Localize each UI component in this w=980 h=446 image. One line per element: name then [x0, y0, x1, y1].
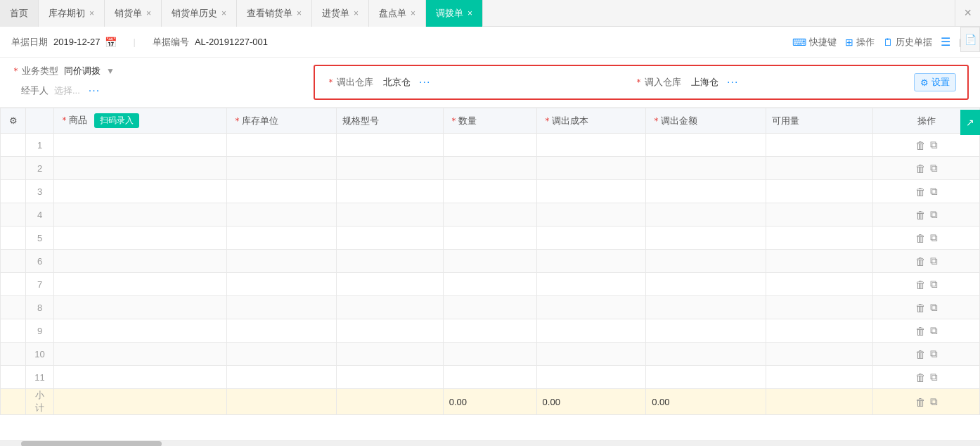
delete-icon-6[interactable]: 🗑: [915, 255, 926, 267]
cell-cost-4[interactable]: [536, 203, 646, 227]
cell-qty-8[interactable]: [443, 296, 536, 319]
cell-unit-10[interactable]: [227, 343, 337, 366]
cell-spec-8[interactable]: [336, 296, 443, 319]
cell-amount-8[interactable]: [646, 296, 766, 319]
cell-spec-5[interactable]: [336, 227, 443, 250]
cell-cost-9[interactable]: [536, 319, 646, 343]
cell-qty-3[interactable]: [443, 180, 536, 203]
delete-icon-7[interactable]: 🗑: [915, 279, 926, 291]
handler-select[interactable]: 选择...: [54, 84, 80, 97]
cell-qty-11[interactable]: [443, 366, 536, 389]
cell-amount-11[interactable]: [646, 366, 766, 389]
shortcut-key-button[interactable]: ⌨ 快捷键: [792, 36, 837, 49]
tab-purchase-close[interactable]: ×: [354, 8, 359, 18]
sidebar-expand-btn[interactable]: ↗: [960, 110, 980, 135]
cell-unit-1[interactable]: [227, 134, 337, 157]
tab-sales[interactable]: 销货单 ×: [105, 0, 162, 27]
delete-icon-2[interactable]: 🗑: [915, 163, 926, 174]
cell-amount-10[interactable]: [646, 343, 766, 366]
tab-bar-close-button[interactable]: ×: [955, 0, 980, 27]
handler-more-icon[interactable]: ···: [89, 84, 100, 97]
business-type-dropdown[interactable]: 同价调拨 ▼: [64, 65, 115, 77]
cell-spec-9[interactable]: [336, 319, 443, 343]
tab-sales-history[interactable]: 销货单历史 ×: [162, 0, 237, 27]
delete-icon-4[interactable]: 🗑: [915, 209, 926, 221]
copy-icon-2[interactable]: ⧉: [930, 162, 938, 174]
copy-icon-1[interactable]: ⧉: [930, 139, 938, 151]
cell-unit-3[interactable]: [227, 180, 337, 203]
cell-product-10[interactable]: [54, 343, 227, 366]
cell-unit-2[interactable]: [227, 157, 337, 180]
cell-spec-1[interactable]: [336, 134, 443, 157]
cell-qty-7[interactable]: [443, 273, 536, 296]
cell-product-3[interactable]: [54, 180, 227, 203]
cell-cost-11[interactable]: [536, 366, 646, 389]
cell-cost-8[interactable]: [536, 296, 646, 319]
cell-product-1[interactable]: [54, 134, 227, 157]
cell-qty-1[interactable]: [443, 134, 536, 157]
cell-unit-4[interactable]: [227, 203, 337, 227]
cell-qty-4[interactable]: [443, 203, 536, 227]
history-button[interactable]: 🗒 历史单据: [883, 36, 932, 49]
cell-spec-10[interactable]: [336, 343, 443, 366]
cell-product-8[interactable]: [54, 296, 227, 319]
cell-spec-3[interactable]: [336, 180, 443, 203]
copy-icon-11[interactable]: ⧉: [930, 371, 938, 383]
cell-product-9[interactable]: [54, 319, 227, 343]
cell-amount-6[interactable]: [646, 250, 766, 273]
cell-qty-9[interactable]: [443, 319, 536, 343]
cell-amount-2[interactable]: [646, 157, 766, 180]
cell-product-11[interactable]: [54, 366, 227, 389]
copy-icon-3[interactable]: ⧉: [930, 185, 938, 198]
tab-view-sales-close[interactable]: ×: [297, 8, 302, 18]
copy-icon-6[interactable]: ⧉: [930, 255, 938, 267]
cell-spec-7[interactable]: [336, 273, 443, 296]
cell-amount-4[interactable]: [646, 203, 766, 227]
cell-spec-4[interactable]: [336, 203, 443, 227]
layout-list-button[interactable]: ☰: [941, 35, 950, 49]
tab-inventory-close[interactable]: ×: [411, 8, 415, 18]
tab-view-sales[interactable]: 查看销货单 ×: [237, 0, 312, 27]
tab-transfer-close[interactable]: ×: [468, 8, 472, 18]
delete-icon-5[interactable]: 🗑: [915, 232, 926, 244]
cell-unit-8[interactable]: [227, 296, 337, 319]
tab-purchase[interactable]: 进货单 ×: [312, 0, 369, 27]
cell-unit-7[interactable]: [227, 273, 337, 296]
cell-qty-2[interactable]: [443, 157, 536, 180]
delete-icon-8[interactable]: 🗑: [915, 302, 926, 314]
cell-product-6[interactable]: [54, 250, 227, 273]
cell-product-4[interactable]: [54, 203, 227, 227]
cell-cost-5[interactable]: [536, 227, 646, 250]
cell-spec-6[interactable]: [336, 250, 443, 273]
copy-icon-9[interactable]: ⧉: [930, 324, 938, 337]
scroll-thumb[interactable]: [21, 441, 162, 446]
cell-cost-3[interactable]: [536, 180, 646, 203]
delete-icon-3[interactable]: 🗑: [915, 186, 926, 198]
cell-amount-9[interactable]: [646, 319, 766, 343]
cell-cost-2[interactable]: [536, 157, 646, 180]
cell-spec-11[interactable]: [336, 366, 443, 389]
delete-icon-subtotal[interactable]: 🗑: [915, 396, 926, 408]
cell-unit-5[interactable]: [227, 227, 337, 250]
tab-sales-close[interactable]: ×: [146, 8, 151, 18]
delete-icon-1[interactable]: 🗑: [915, 139, 926, 151]
cell-amount-3[interactable]: [646, 180, 766, 203]
sidebar-document-btn[interactable]: 📄: [960, 27, 980, 52]
delete-icon-9[interactable]: 🗑: [915, 325, 926, 337]
cell-cost-10[interactable]: [536, 343, 646, 366]
cell-qty-6[interactable]: [443, 250, 536, 273]
cell-product-7[interactable]: [54, 273, 227, 296]
cell-amount-7[interactable]: [646, 273, 766, 296]
cell-cost-1[interactable]: [536, 134, 646, 157]
copy-icon-7[interactable]: ⧉: [930, 278, 938, 291]
scan-button[interactable]: 扫码录入: [94, 113, 139, 128]
calendar-icon[interactable]: 📅: [105, 37, 117, 48]
tab-inventory-init-close[interactable]: ×: [89, 8, 94, 18]
target-warehouse-more-icon[interactable]: ···: [727, 76, 738, 89]
delete-icon-11[interactable]: 🗑: [915, 371, 926, 383]
cell-unit-11[interactable]: [227, 366, 337, 389]
copy-icon-10[interactable]: ⧉: [930, 348, 938, 360]
th-settings[interactable]: ⚙: [1, 108, 26, 134]
tab-sales-history-close[interactable]: ×: [221, 8, 226, 18]
cell-qty-5[interactable]: [443, 227, 536, 250]
